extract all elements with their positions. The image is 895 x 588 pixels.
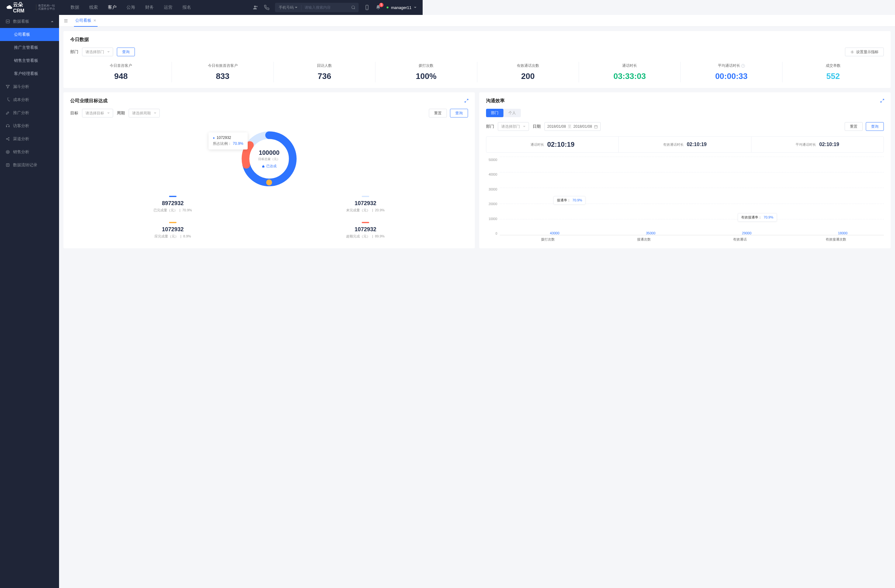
target-icon: [6, 150, 10, 154]
phone-icon[interactable]: [264, 5, 269, 10]
nav-finance[interactable]: 财务: [145, 0, 154, 15]
funnel-icon: [6, 85, 10, 89]
sidebar-visitor[interactable]: 访客分析: [0, 119, 59, 132]
tabs-bar: 公司看板 ✕: [59, 15, 423, 27]
search-button[interactable]: [348, 5, 359, 10]
tab-close-icon[interactable]: ✕: [93, 18, 96, 23]
target-select[interactable]: 请选择目标: [82, 109, 113, 117]
svg-point-4: [6, 139, 7, 139]
list-icon: [6, 163, 10, 167]
sidebar-sub-company[interactable]: 公司看板: [0, 28, 59, 41]
logo-subtitle: 教育机构一站式服务云平台: [36, 5, 55, 11]
svg-point-0: [254, 6, 256, 8]
username: manager11: [391, 5, 411, 10]
goal-card: 公司业绩目标达成 目标 请选择目标 周期 请选择周期 重置 查询: [64, 92, 423, 248]
user-menu[interactable]: manager11: [387, 5, 416, 10]
notification-bell[interactable]: 5: [375, 5, 381, 10]
nav-customers[interactable]: 客户: [108, 0, 117, 15]
main-content: 公司看板 ✕ 今日数据 部门 请选择部门 查询 设置显示指标 今日首咨客户948…: [59, 15, 423, 279]
logo-text: 云朵CRM: [13, 2, 34, 14]
nav-operations[interactable]: 运营: [164, 0, 173, 15]
sidebar-sub-promotion[interactable]: 推广主管看板: [0, 41, 59, 54]
add-user-icon[interactable]: [253, 5, 258, 10]
share-icon: [6, 137, 10, 141]
logo-mark: 云朵CRM: [6, 4, 34, 11]
sidebar-sales[interactable]: 销售分析: [0, 145, 59, 159]
today-title: 今日数据: [70, 37, 423, 42]
stat-item: 拨打次数100%: [375, 62, 423, 82]
collapse-icon[interactable]: [64, 18, 68, 23]
search-type-select[interactable]: 手机号码: [275, 5, 302, 10]
notification-badge: 5: [379, 3, 384, 7]
donut-legend: 8972932已完成量（元） | 70.9% 1072932未完成量（元） | …: [70, 196, 423, 239]
sidebar-flow[interactable]: 数据流转记录: [0, 159, 59, 171]
legend-item: 1072932未完成量（元） | 20.9%: [272, 196, 423, 212]
search-input[interactable]: [302, 5, 348, 10]
mobile-icon[interactable]: [364, 5, 370, 10]
period-label: 周期: [117, 110, 125, 116]
sidebar-promo[interactable]: 推广分析: [0, 106, 59, 119]
donut-chart: 100000 目标总量（元） 已达成 1072932 所占比例：70.9%: [70, 123, 423, 191]
legend-item: 1072932应完成量（元） | 8.9%: [80, 222, 266, 239]
top-nav: 数据 线索 客户 公海 财务 运营 报名: [71, 0, 191, 15]
chevron-down-icon: [414, 7, 416, 9]
tab-company-board[interactable]: 公司看板 ✕: [74, 15, 97, 27]
donut-total: 100000: [259, 149, 280, 156]
tab-label: 公司看板: [75, 18, 91, 23]
pie-icon: [6, 98, 10, 102]
svg-point-6: [8, 139, 9, 140]
legend-item: 1072932超额完成（元） | 89.9%: [272, 222, 423, 239]
dept-select[interactable]: 请选择部门: [82, 47, 113, 56]
svg-point-5: [8, 137, 9, 138]
thumbs-up-icon: [262, 164, 265, 168]
status-dot: [387, 6, 388, 8]
today-query-button[interactable]: 查询: [117, 47, 135, 56]
logo: 云朵CRM 教育机构一站式服务云平台: [6, 4, 55, 11]
nav-pool[interactable]: 公海: [126, 0, 135, 15]
svg-point-1: [352, 6, 355, 9]
header-search: 手机号码: [275, 3, 359, 12]
sidebar: 数据看板 公司看板 推广主管看板 销售主管看板 客户经理看板 漏斗分析 成本分析…: [0, 15, 59, 279]
stats-row: 今日首咨客户948 今日有效首咨客户833 回访人数736 拨打次数100% 有…: [70, 62, 423, 82]
sidebar-cost[interactable]: 成本分析: [0, 93, 59, 106]
top-header: 云朵CRM 教育机构一站式服务云平台 数据 线索 客户 公海 财务 运营 报名 …: [0, 0, 423, 15]
period-select[interactable]: 请选择周期: [129, 109, 160, 117]
stat-item: 今日首咨客户948: [70, 62, 172, 82]
dashboard-icon: [6, 19, 10, 24]
stat-item: 回访人数736: [274, 62, 375, 82]
nav-leads[interactable]: 线索: [89, 0, 98, 15]
sidebar-section-dashboard[interactable]: 数据看板: [0, 15, 59, 28]
headset-icon: [6, 124, 10, 128]
sidebar-sub-sales[interactable]: 销售主管看板: [0, 54, 59, 67]
nav-enroll[interactable]: 报名: [182, 0, 191, 15]
achieved-badge: 已达成: [262, 164, 276, 168]
svg-point-8: [7, 152, 9, 153]
donut-tooltip: 1072932 所占比例：70.9%: [209, 132, 248, 150]
goal-title: 公司业绩目标达成: [70, 98, 423, 104]
sidebar-sub-manager[interactable]: 客户经理看板: [0, 67, 59, 80]
svg-point-7: [6, 150, 10, 154]
today-card: 今日数据 部门 请选择部门 查询 设置显示指标 今日首咨客户948 今日有效首咨…: [64, 31, 423, 88]
stat-item: 今日有效首咨客户833: [172, 62, 273, 82]
sidebar-funnel[interactable]: 漏斗分析: [0, 80, 59, 93]
edit-icon: [6, 111, 10, 115]
sidebar-channel[interactable]: 渠道分析: [0, 132, 59, 145]
target-label: 目标: [70, 110, 78, 116]
nav-data[interactable]: 数据: [71, 0, 79, 15]
dept-label: 部门: [70, 49, 78, 55]
donut-total-label: 目标总量（元）: [258, 157, 280, 161]
legend-item: 8972932已完成量（元） | 70.9%: [80, 196, 266, 212]
